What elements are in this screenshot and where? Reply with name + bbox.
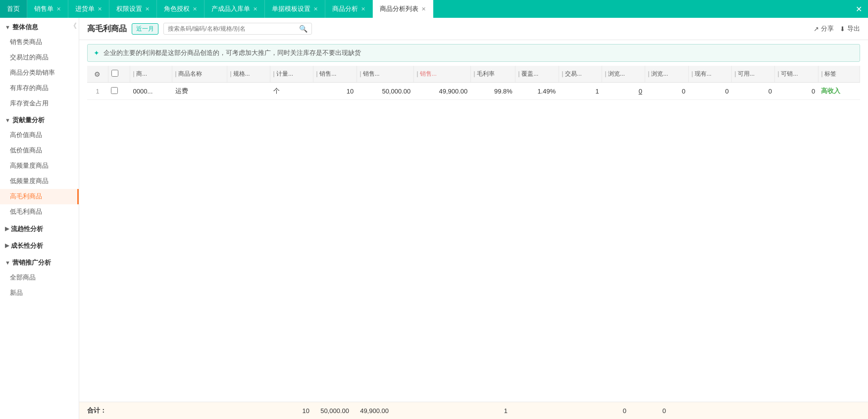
sidebar-section-flow[interactable]: ▶ 流趋性分析 <box>0 220 79 236</box>
tab-analysis-label: 商品分析 <box>332 4 358 13</box>
tab-home[interactable]: 首页 <box>0 0 27 18</box>
sidebar-item-high-margin[interactable]: 高毛利商品 <box>0 189 79 204</box>
settings-icon[interactable]: ⚙ <box>94 70 101 78</box>
tab-wh-label: 产成品入库单 <box>211 4 250 13</box>
th-trans[interactable]: 交易... <box>559 66 602 83</box>
footer-sales-cost: 49,900.00 <box>352 407 392 415</box>
tab-home-label: 首页 <box>7 4 20 13</box>
th-avail[interactable]: 可用... <box>732 66 775 83</box>
sidebar-section-overall[interactable]: ▼ 整体信息 <box>0 18 79 35</box>
search-input[interactable] <box>168 25 299 32</box>
row-sellable: 0 <box>775 83 818 100</box>
row-num: 1 <box>87 83 108 100</box>
row-code: 0000... <box>130 83 172 100</box>
sidebar-section-marketing[interactable]: ▼ 营销推广分析 <box>0 253 79 270</box>
export-icon: ⬇ <box>840 25 845 33</box>
sidebar-collapse-button[interactable]: 《 <box>70 22 77 31</box>
tab-wh-close[interactable]: ✕ <box>253 6 257 12</box>
content-header: 高毛利商品 近一月 🔍 ↗ 分享 ⬇ 导出 <box>79 18 868 40</box>
window-close-button[interactable]: ✕ <box>850 0 868 18</box>
tab-purchase[interactable]: 进货单 ✕ <box>68 0 109 18</box>
export-button[interactable]: ⬇ 导出 <box>840 24 860 33</box>
tab-analysis-list-label: 商品分析列表 <box>380 4 418 13</box>
row-cover: 1.49% <box>515 83 559 100</box>
th-name[interactable]: 商品名称 <box>172 66 227 83</box>
th-gear[interactable]: ⚙ <box>87 66 108 83</box>
sidebar-item-high-value[interactable]: 高价值商品 <box>0 128 79 143</box>
tab-perms[interactable]: 权限设置 ✕ <box>109 0 157 18</box>
sidebar-item-new-goods[interactable]: 新品 <box>0 285 79 301</box>
row-checkbox[interactable] <box>108 83 130 100</box>
row-avail: 0 <box>732 83 775 100</box>
info-bar: ✦ 企业的主要的利润都是这部分商品创造的，可考虑加大推广，同时关注库存是不要出现… <box>87 44 860 62</box>
tab-perms-close[interactable]: ✕ <box>145 6 150 12</box>
sidebar-item-sales-goods[interactable]: 销售类商品 <box>0 35 79 50</box>
footer-summary: 合计： 10 50,000.00 49,900.00 1 0 0 <box>79 402 868 419</box>
tab-tpl[interactable]: 单据模板设置 ✕ <box>265 0 325 18</box>
tab-analysis[interactable]: 商品分析 ✕ <box>325 0 373 18</box>
tab-roles-close[interactable]: ✕ <box>193 6 197 12</box>
info-text: 企业的主要的利润都是这部分商品创造的，可考虑加大推广，同时关注库存是不要出现缺货 <box>103 48 361 57</box>
th-view1[interactable]: 浏览... <box>602 66 645 83</box>
search-box: 🔍 <box>163 23 312 35</box>
tab-sales[interactable]: 销售单 ✕ <box>27 0 68 18</box>
table-row: 1 0000... 运费 个 10 50,000.00 49,900.00 99… <box>87 83 860 100</box>
th-tag[interactable]: 标签 <box>818 66 860 83</box>
header-actions: ↗ 分享 ⬇ 导出 <box>814 24 860 33</box>
footer-sales-amt: 50,000.00 <box>312 407 352 415</box>
tab-roles[interactable]: 角色授权 ✕ <box>157 0 204 18</box>
sidebar-section-contribution[interactable]: ▼ 贡献量分析 <box>0 111 79 128</box>
tab-sales-close[interactable]: ✕ <box>56 6 61 12</box>
select-all-checkbox[interactable] <box>111 70 118 77</box>
section-arrow-overall: ▼ <box>5 24 10 30</box>
footer-trans: 1 <box>471 407 511 415</box>
th-unit[interactable]: 计量... <box>270 66 313 83</box>
th-spec[interactable]: 规格... <box>227 66 270 83</box>
sidebar-item-low-freq[interactable]: 低频量度商品 <box>0 174 79 189</box>
sidebar: 《 ▼ 整体信息 销售类商品 交易过的商品 商品分类助销率 有库存的商品 库存资… <box>0 18 79 419</box>
sidebar-section-growth[interactable]: ▶ 成长性分析 <box>0 236 79 253</box>
tab-purchase-close[interactable]: ✕ <box>98 6 102 12</box>
row-tag: 高收入 <box>818 83 860 100</box>
filter-month-button[interactable]: 近一月 <box>132 23 158 35</box>
th-stock[interactable]: 现有... <box>688 66 731 83</box>
row-select-checkbox[interactable] <box>111 87 118 94</box>
th-sales-cost[interactable]: 销售... <box>413 66 470 83</box>
table-container: ⚙ 商... 商品名称 规格... 计量... 销售... 销售... 销售..… <box>79 66 868 402</box>
th-code[interactable]: 商... <box>130 66 172 83</box>
tab-tpl-close[interactable]: ✕ <box>313 6 318 12</box>
sidebar-item-category-rate[interactable]: 商品分类助销率 <box>0 65 79 81</box>
row-view2: 0 <box>645 83 688 100</box>
top-tab-bar: 首页 销售单 ✕ 进货单 ✕ 权限设置 ✕ 角色授权 ✕ 产成品入库单 ✕ 单据… <box>0 0 868 18</box>
share-button[interactable]: ↗ 分享 <box>814 24 834 33</box>
sidebar-item-instock-goods[interactable]: 有库存的商品 <box>0 81 79 96</box>
th-check[interactable] <box>108 66 130 83</box>
data-table: ⚙ 商... 商品名称 规格... 计量... 销售... 销售... 销售..… <box>87 66 860 100</box>
row-view1[interactable]: 0 <box>602 83 645 100</box>
sidebar-item-traded-goods[interactable]: 交易过的商品 <box>0 50 79 65</box>
tab-analysis-list-close[interactable]: ✕ <box>421 6 426 12</box>
tab-wh[interactable]: 产成品入库单 ✕ <box>204 0 265 18</box>
row-sales-amt: 50,000.00 <box>357 83 413 100</box>
row-spec <box>227 83 270 100</box>
sidebar-item-stock-capital[interactable]: 库存资金占用 <box>0 96 79 111</box>
th-view2[interactable]: 浏览... <box>645 66 688 83</box>
th-sellable[interactable]: 可销... <box>775 66 818 83</box>
th-sales-qty[interactable]: 销售... <box>313 66 357 83</box>
share-icon: ↗ <box>814 25 819 33</box>
th-margin-rate[interactable]: 毛利率 <box>470 66 515 83</box>
sidebar-item-low-margin[interactable]: 低毛利商品 <box>0 204 79 220</box>
search-icon[interactable]: 🔍 <box>299 25 307 33</box>
row-stock: 0 <box>688 83 731 100</box>
section-arrow-flow: ▶ <box>5 226 9 232</box>
table-header-row: ⚙ 商... 商品名称 规格... 计量... 销售... 销售... 销售..… <box>87 66 860 83</box>
tab-analysis-list[interactable]: 商品分析列表 ✕ <box>373 0 433 18</box>
info-icon: ✦ <box>94 49 100 57</box>
sidebar-item-high-freq[interactable]: 高频量度商品 <box>0 158 79 174</box>
th-cover[interactable]: 覆盖... <box>515 66 559 83</box>
sidebar-item-low-value[interactable]: 低价值商品 <box>0 143 79 158</box>
th-sales-amt[interactable]: 销售... <box>357 66 413 83</box>
sidebar-item-all-goods[interactable]: 全部商品 <box>0 270 79 285</box>
tab-analysis-close[interactable]: ✕ <box>361 6 365 12</box>
view1-link[interactable]: 0 <box>639 88 642 95</box>
